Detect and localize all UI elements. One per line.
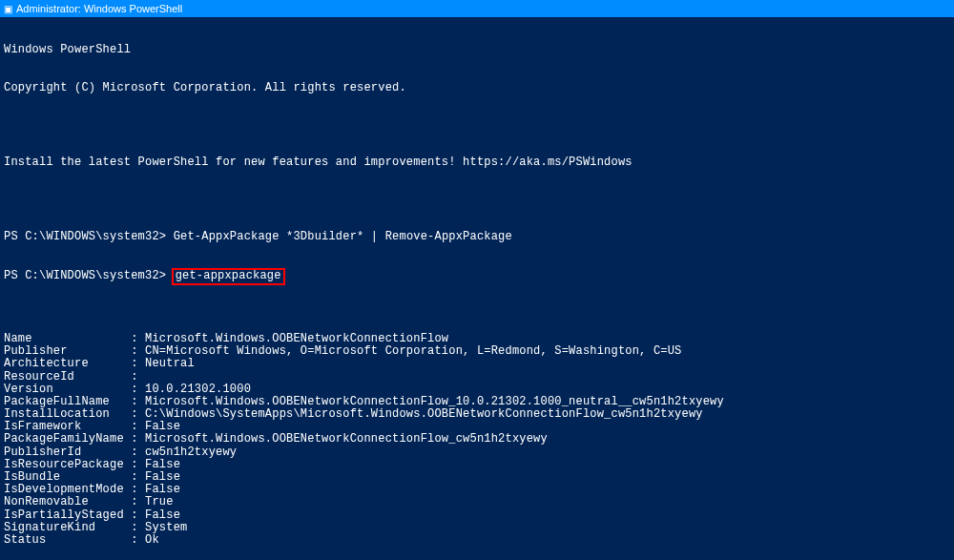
package-property-line: ResourceId :	[4, 371, 950, 384]
prompt-prefix: PS C:\WINDOWS\system32>	[4, 269, 174, 282]
highlighted-command: get-appxpackage	[172, 268, 285, 284]
package-property-line: NonRemovable : True	[4, 496, 950, 508]
package-property-line: Status : Ok	[4, 534, 950, 547]
header-line: Copyright (C) Microsoft Corporation. All…	[4, 82, 950, 94]
package-property-line: Architecture : Neutral	[4, 358, 950, 370]
package-property-line: PackageFamilyName : Microsoft.Windows.OO…	[4, 433, 950, 446]
package-property-line: PublisherId : cw5n1h2txyewy	[4, 446, 950, 459]
package-property-line: IsPartiallyStaged : False	[4, 509, 950, 522]
blank-line	[4, 120, 950, 132]
package-block: Name : Microsoft.Windows.OOBENetworkConn…	[4, 321, 950, 547]
window-titlebar[interactable]: ▣ Administrator: Windows PowerShell	[0, 0, 954, 17]
header-line: Install the latest PowerShell for new fe…	[4, 156, 950, 169]
package-property-line: Version : 10.0.21302.1000	[4, 384, 950, 396]
package-property-line: SignatureKind : System	[4, 522, 950, 534]
prompt-prefix: PS C:\WINDOWS\system32>	[4, 230, 174, 243]
prompt-command: Get-AppxPackage *3Dbuilder* | Remove-App…	[174, 230, 512, 243]
powershell-icon: ▣	[4, 4, 12, 14]
prompt-line-1: PS C:\WINDOWS\system32> Get-AppxPackage …	[4, 231, 950, 243]
window-title: Administrator: Windows PowerShell	[16, 3, 182, 14]
packages-output: Name : Microsoft.Windows.OOBENetworkConn…	[4, 321, 950, 560]
prompt-line-2: PS C:\WINDOWS\system32> get-appxpackage	[4, 268, 950, 284]
header-line: Windows PowerShell	[4, 44, 950, 56]
terminal-output[interactable]: Windows PowerShell Copyright (C) Microso…	[0, 17, 954, 560]
blank-line	[4, 194, 950, 205]
